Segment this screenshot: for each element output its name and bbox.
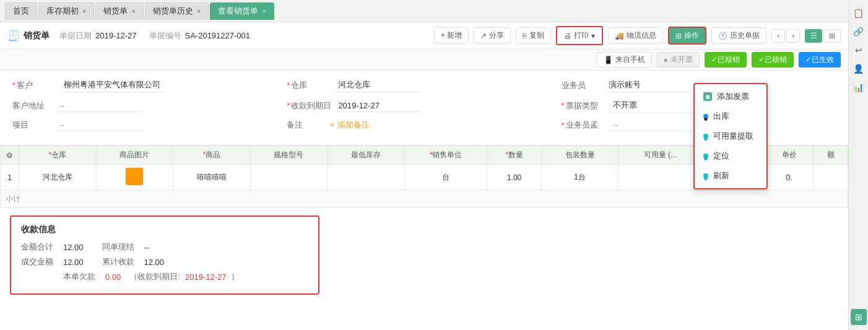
refresh-label: 刷新 xyxy=(713,170,729,181)
sold-label: ✓已核销 xyxy=(758,54,787,65)
tab-sales-order[interactable]: 销货单 × xyxy=(95,2,143,20)
address-group: 客户地址 -- xyxy=(12,100,287,112)
dropdown-item-refresh[interactable]: ● 刷新 xyxy=(695,166,766,186)
required-star2: * xyxy=(287,80,290,90)
effective-btn[interactable]: ✓已生效 xyxy=(799,52,841,67)
add-note-btn[interactable]: + 添加备注 xyxy=(330,119,369,131)
locate-label: 定位 xyxy=(713,150,729,162)
available-label: 可用量提取 xyxy=(713,131,753,142)
ops-label: 操作 xyxy=(684,30,699,41)
share-button[interactable]: ↗ 分享 xyxy=(474,27,511,44)
copy-label: 复制 xyxy=(529,30,544,41)
required-star: * xyxy=(12,80,15,90)
tab-view-close[interactable]: × xyxy=(262,7,266,15)
sidebar-icon-6[interactable]: ⊞ xyxy=(851,309,867,325)
doc-icon: 🧾 xyxy=(7,30,20,41)
ticket-value: 不开票 xyxy=(609,98,696,113)
grid-view-btn[interactable]: ⊞ xyxy=(823,29,841,43)
ticket-label: 票据类型 xyxy=(566,100,609,111)
doc-type-label: 销货单 xyxy=(24,30,50,41)
due-date-label: 收款到期日 xyxy=(291,100,334,111)
tab-sales-history[interactable]: 销货单历史 × xyxy=(145,2,209,20)
prev-btn[interactable]: ‹ xyxy=(771,29,785,43)
sidebar-icon-4[interactable]: 👤 xyxy=(851,61,867,77)
printer-icon: 🖨 xyxy=(564,32,571,40)
row-amount xyxy=(814,165,848,191)
next-btn[interactable]: › xyxy=(786,29,800,43)
logistics-label: 物流信息 xyxy=(627,30,656,41)
sidebar-icon-1[interactable]: 📋 xyxy=(851,5,867,21)
doc-number-group: 单据编号 SA-20191227-001 xyxy=(149,30,251,41)
doc-toolbar: 🧾 销货单 单据日期 2019-12-27 单据编号 SA-20191227-0… xyxy=(0,22,848,50)
tab-home-label: 首页 xyxy=(13,6,29,17)
doc-number-value: SA-20191227-001 xyxy=(185,31,251,40)
print-highlight-box: 🖨 打印 ▾ xyxy=(556,26,603,45)
new-label: + 新增 xyxy=(441,30,462,41)
logistics-button[interactable]: 🚚 物流信息 xyxy=(608,27,663,44)
ops-button[interactable]: ⊞ 操作 xyxy=(668,27,706,45)
col-gear: ⚙ xyxy=(1,146,19,165)
unopened-btn[interactable]: ● 未开票 xyxy=(657,52,700,67)
payment-row-1: 金额合计 12.00 同单现结 -- xyxy=(21,241,308,253)
address-label: 客户地址 xyxy=(12,100,56,111)
dropdown-item-locate[interactable]: ● 定位 xyxy=(695,146,766,166)
payment-row-2: 成交金额 12.00 累计收款 12.00 xyxy=(21,256,308,267)
sidebar-icon-2[interactable]: 🔗 xyxy=(851,24,867,40)
product-image xyxy=(126,168,143,185)
staff-label: 业务员 xyxy=(562,80,605,91)
view-buttons: ☰ ⊞ xyxy=(805,29,841,43)
total-value: 12.00 xyxy=(63,243,84,252)
ops-icon: ⊞ xyxy=(675,32,682,40)
tab-inventory-label: 库存期初 xyxy=(46,6,79,17)
dropdown-item-outbound[interactable]: ● 出库 xyxy=(695,106,766,126)
app-container: 首页 库存期初 × 销货单 × 销货单历史 × 查看销货单 × × 🧾 销货单 xyxy=(0,0,868,330)
doc-date-value: 2019-12-27 xyxy=(95,31,137,40)
tab-inventory-init[interactable]: 库存期初 × xyxy=(38,2,94,20)
sold-btn[interactable]: ✓已核销 xyxy=(752,52,794,67)
row-image xyxy=(96,165,173,191)
dropdown-item-invoice[interactable]: ▣ 添加发票 xyxy=(695,87,766,106)
subtotal-row: 小计 xyxy=(1,191,848,208)
unopened-icon: ● xyxy=(664,56,668,64)
dropdown-item-available[interactable]: ● 可用量提取 xyxy=(695,126,766,146)
new-button[interactable]: + 新增 xyxy=(434,27,469,44)
col-min-stock: 最低库存 xyxy=(328,146,405,165)
mobile-btn[interactable]: 📱 来自手机 xyxy=(597,52,652,67)
share-label: 分享 xyxy=(489,30,504,41)
row-available xyxy=(618,165,702,191)
warehouse-label: 仓库 xyxy=(291,80,334,91)
col-price: 单价 xyxy=(765,146,814,165)
share-icon: ↗ xyxy=(480,32,487,40)
print-button[interactable]: 🖨 打印 ▾ xyxy=(558,28,601,43)
address-value: -- xyxy=(56,100,142,112)
customer-label: 客户 xyxy=(17,80,60,91)
balance-label: 本单欠款 xyxy=(63,271,100,282)
sidebar-icon-3[interactable]: ↩ xyxy=(851,42,867,58)
sidebar-icon-5[interactable]: 📊 xyxy=(851,79,867,95)
tab-inventory-close[interactable]: × xyxy=(82,7,86,15)
project-group: 项目 -- xyxy=(12,119,287,131)
payment-row-3: 本单欠款 0.00 （收款到期日: 2019-12-27 ） xyxy=(21,271,308,282)
subtotal-label: 小计 xyxy=(1,191,848,208)
customer-value: 柳州粤港平安气体有限公司 xyxy=(60,78,164,92)
deal-group: 成交金额 12.00 xyxy=(21,256,84,267)
copy-button[interactable]: ⎘ 复制 xyxy=(516,27,551,44)
history-label: 历史单据 xyxy=(730,30,760,41)
staff-value: 演示账号 xyxy=(605,78,692,92)
tab-home[interactable]: 首页 xyxy=(5,2,37,20)
required-star5: * xyxy=(562,121,565,130)
history-button[interactable]: 🕐 历史单据 xyxy=(711,27,766,44)
tab-history-close[interactable]: × xyxy=(197,7,201,15)
confirm-btn[interactable]: ✓已核销 xyxy=(705,52,747,67)
col-unit: *销售单位 xyxy=(404,146,487,165)
doc-meta: 单据日期 2019-12-27 单据编号 SA-20191227-001 xyxy=(59,30,250,41)
secondary-toolbar: 📱 来自手机 ● 未开票 ✓已核销 ✓已核销 ✓已生效 xyxy=(0,50,848,71)
due-date-group: * 收款到期日 2019-12-27 xyxy=(287,100,561,112)
print-dropdown-icon: ▾ xyxy=(591,32,595,40)
list-view-btn[interactable]: ☰ xyxy=(805,29,822,43)
tab-sales-close[interactable]: × xyxy=(131,7,135,15)
tab-view-sales[interactable]: 查看销货单 × xyxy=(210,2,274,20)
due-paren: ） xyxy=(231,271,239,282)
project-value: -- xyxy=(56,119,142,131)
sales-staff-value: -- xyxy=(609,119,696,131)
